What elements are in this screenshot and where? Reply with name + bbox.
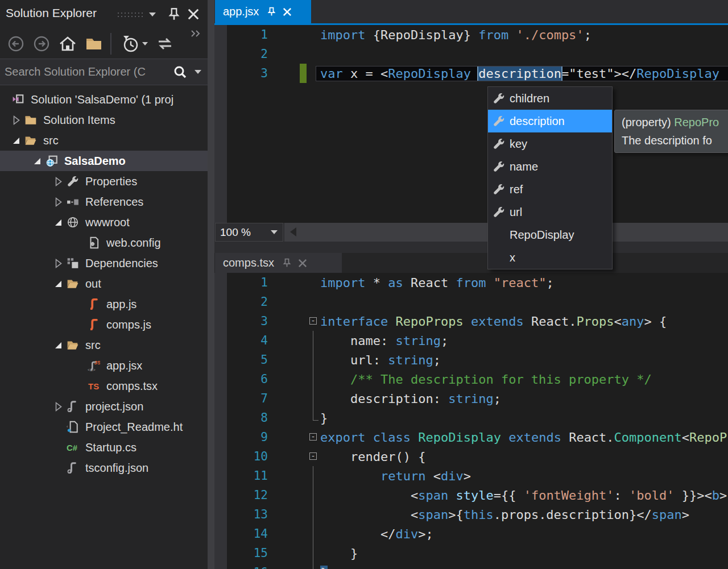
fold-collapse-box-icon[interactable]: - bbox=[307, 427, 320, 447]
completion-item-key[interactable]: key bbox=[488, 132, 612, 155]
globe-icon bbox=[65, 216, 81, 229]
completion-item-ref[interactable]: ref bbox=[488, 178, 612, 201]
code-line-10[interactable]: 10- render() { bbox=[214, 447, 728, 466]
code-line-13[interactable]: 13 <span>{this.props.description}</span> bbox=[214, 505, 728, 524]
window-position-chevron-icon[interactable] bbox=[149, 13, 156, 16]
forward-icon[interactable] bbox=[32, 35, 51, 53]
code-line-9[interactable]: 9-export class RepoDisplay extends React… bbox=[214, 427, 728, 447]
tab-close-icon[interactable] bbox=[297, 258, 308, 268]
fold-collapse-box-icon[interactable]: - bbox=[307, 447, 320, 466]
collapse-all-folder-icon[interactable] bbox=[85, 36, 103, 52]
collapsed-arrow-icon[interactable] bbox=[51, 176, 65, 186]
tree-item-out[interactable]: out bbox=[0, 273, 208, 294]
code-line-12[interactable]: 12 <span style={{ 'fontWeight': 'bold' }… bbox=[214, 485, 728, 505]
pending-changes-filter-icon[interactable] bbox=[119, 34, 148, 54]
code-line-14[interactable]: 14 </div>; bbox=[214, 524, 728, 543]
toolbar-overflow-icon[interactable] bbox=[189, 30, 202, 38]
solution-explorer-scrollbar[interactable] bbox=[208, 0, 214, 569]
tree-item-project-readme-ht[interactable]: ‹›Project_Readme.ht bbox=[0, 417, 208, 437]
code-line-6[interactable]: 6 /** The description for this property … bbox=[214, 369, 728, 389]
tree-item-startup-cs[interactable]: C#Startup.cs bbox=[0, 437, 208, 458]
expanded-arrow-icon[interactable] bbox=[30, 156, 44, 166]
tab-app-jsx[interactable]: app.jsx bbox=[215, 0, 311, 23]
tree-item-app-jsx[interactable]: JS<ø>app.jsx bbox=[0, 355, 208, 376]
collapsed-arrow-icon[interactable] bbox=[51, 197, 65, 207]
completion-item-repodisplay[interactable]: RepoDisplay bbox=[488, 223, 612, 246]
tree-item-dependencies[interactable]: Dependencies bbox=[0, 253, 208, 273]
completion-item-description[interactable]: description bbox=[488, 110, 612, 132]
tree-item-properties[interactable]: Properties bbox=[0, 171, 208, 192]
code-line-15[interactable]: 15 } bbox=[214, 543, 728, 563]
pin-icon[interactable] bbox=[167, 7, 181, 22]
collapsed-arrow-icon[interactable] bbox=[9, 115, 23, 125]
tree-item-solution-salsademo-1-proj[interactable]: Solution 'SalsaDemo' (1 proj bbox=[0, 89, 208, 110]
svg-text:›: › bbox=[71, 429, 73, 433]
fold-guide-line bbox=[307, 369, 320, 389]
code-line-11[interactable]: 11 return <div> bbox=[214, 466, 728, 485]
expanded-arrow-icon[interactable] bbox=[51, 279, 65, 289]
change-tracking-spacer bbox=[300, 408, 307, 427]
close-icon[interactable] bbox=[187, 7, 200, 21]
collapsed-arrow-icon[interactable] bbox=[51, 258, 65, 268]
code-line-5[interactable]: 5 url: string; bbox=[214, 350, 728, 369]
editor-splitter[interactable] bbox=[214, 242, 728, 253]
code-line-2[interactable]: 2 bbox=[214, 44, 728, 64]
code-editor-comps-tsx[interactable]: 1import * as React from "react";23-inter… bbox=[214, 273, 728, 569]
code-line-8[interactable]: 8} bbox=[214, 408, 728, 427]
completion-icon-spacer bbox=[493, 251, 510, 264]
wrench-property-icon bbox=[493, 206, 510, 218]
code-line-7[interactable]: 7 description: string; bbox=[214, 389, 728, 408]
code-line-16[interactable]: 16} bbox=[214, 563, 728, 569]
line-number: 15 bbox=[214, 546, 277, 560]
code-line-4[interactable]: 4 name: string; bbox=[214, 331, 728, 350]
arrow-spacer bbox=[51, 442, 65, 452]
fold-guide-line bbox=[307, 389, 320, 408]
tree-item-solution-items[interactable]: Solution Items bbox=[0, 110, 208, 130]
tree-item-tsconfig-json[interactable]: tsconfig.json bbox=[0, 458, 208, 478]
tree-item-comps-tsx[interactable]: TScomps.tsx bbox=[0, 376, 208, 396]
tree-item-comps-js[interactable]: comps.js bbox=[0, 314, 208, 335]
fold-collapse-box-icon[interactable]: - bbox=[307, 312, 320, 331]
tree-item-app-js[interactable]: app.js bbox=[0, 294, 208, 314]
code-text: render() { bbox=[320, 450, 728, 464]
completion-item-x[interactable]: x bbox=[488, 246, 612, 269]
expanded-arrow-icon[interactable] bbox=[9, 135, 23, 146]
search-input[interactable] bbox=[0, 65, 172, 79]
expanded-arrow-icon[interactable] bbox=[51, 217, 65, 227]
completion-item-url[interactable]: url bbox=[488, 201, 612, 223]
drag-grip[interactable] bbox=[117, 11, 144, 18]
tree-item-wwwroot[interactable]: wwwroot bbox=[0, 212, 208, 232]
sync-with-active-document-icon[interactable] bbox=[155, 35, 175, 52]
code-line-1[interactable]: 1import {RepoDisplay} from './comps'; bbox=[214, 25, 728, 44]
completion-item-children[interactable]: children bbox=[488, 87, 612, 110]
tree-item-salsademo[interactable]: SalsaDemo bbox=[0, 151, 208, 171]
tree-item-src[interactable]: src bbox=[0, 335, 208, 355]
tab-comps-tsx[interactable]: comps.tsx bbox=[215, 253, 342, 273]
zoom-level-combo[interactable]: 100 % bbox=[215, 223, 283, 242]
code-line-2[interactable]: 2 bbox=[214, 292, 728, 312]
tab-pin-icon[interactable] bbox=[267, 6, 276, 17]
search-icon[interactable] bbox=[172, 64, 188, 80]
completion-item-name[interactable]: name bbox=[488, 155, 612, 178]
collapsed-arrow-icon[interactable] bbox=[51, 401, 65, 412]
search-options-chevron-icon[interactable] bbox=[195, 70, 201, 74]
filter-dropdown-chevron-icon[interactable] bbox=[142, 42, 148, 45]
tree-item-project-json[interactable]: project.json bbox=[0, 396, 208, 417]
home-icon[interactable] bbox=[58, 35, 77, 53]
scroll-left-arrow-icon[interactable] bbox=[290, 227, 296, 236]
tree-item-src[interactable]: src bbox=[0, 130, 208, 151]
tab-close-icon[interactable] bbox=[282, 7, 292, 17]
code-text: </div>; bbox=[320, 527, 728, 541]
tab-pin-icon[interactable] bbox=[282, 257, 292, 268]
expanded-arrow-icon[interactable] bbox=[51, 340, 65, 350]
tree-item-web-config[interactable]: web.config bbox=[0, 232, 208, 253]
tree-item-references[interactable]: References bbox=[0, 192, 208, 212]
code-text: description: string; bbox=[320, 392, 728, 406]
code-line-3[interactable]: 3var x = <RepoDisplay description="test"… bbox=[214, 64, 728, 83]
arrow-spacer bbox=[72, 319, 86, 330]
back-icon[interactable] bbox=[7, 35, 25, 53]
arrow-spacer bbox=[72, 238, 86, 248]
change-tracking-spacer bbox=[300, 427, 307, 447]
code-line-1[interactable]: 1import * as React from "react"; bbox=[214, 273, 728, 292]
code-line-3[interactable]: 3-interface RepoProps extends React.Prop… bbox=[214, 312, 728, 331]
